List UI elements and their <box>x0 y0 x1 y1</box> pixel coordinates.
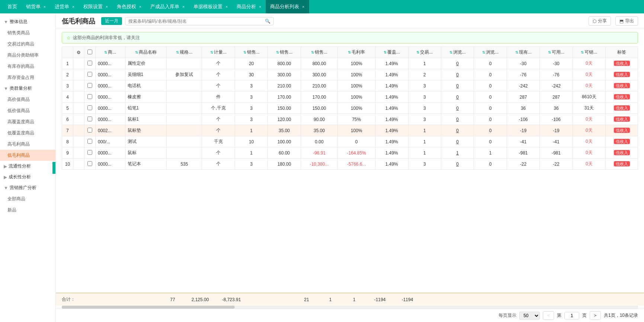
row-view1[interactable]: 0 <box>441 92 474 103</box>
row-select-checkbox[interactable] <box>87 105 92 110</box>
sidebar-item-category-rate[interactable]: 商品分类助销率 <box>0 50 55 61</box>
row-name: 笔记本 <box>125 159 167 170</box>
row-view1[interactable]: 0 <box>441 125 474 136</box>
col-checkbox[interactable] <box>84 47 96 58</box>
nav-role-auth[interactable]: 角色授权 × <box>112 0 146 13</box>
row-checkbox[interactable] <box>84 103 96 114</box>
row-checkbox[interactable] <box>84 114 96 125</box>
filter-recent-month-button[interactable]: 近一月 <box>101 17 122 25</box>
nav-purchase-order[interactable]: 进货单 × <box>50 0 79 13</box>
scrollbar-thumb[interactable] <box>62 306 235 309</box>
sidebar-item-traded-goods[interactable]: 交易过的商品 <box>0 38 55 50</box>
row-select-checkbox[interactable] <box>87 161 92 166</box>
search-icon[interactable]: 🔍 <box>265 19 270 24</box>
close-icon[interactable]: × <box>302 4 304 9</box>
sidebar-item-low-coverage[interactable]: 低覆盖度商品 <box>0 127 55 138</box>
next-page-button[interactable]: ＞ <box>590 311 601 320</box>
sidebar-group-cluster[interactable]: ▼ 类群量分析 <box>0 83 55 94</box>
row-view1[interactable]: 0 <box>441 136 474 147</box>
nav-permission[interactable]: 权限设置 × <box>79 0 112 13</box>
sidebar-item-sales-goods[interactable]: 销售类商品 <box>0 27 55 38</box>
select-all-checkbox[interactable] <box>87 50 92 54</box>
nav-product-analysis[interactable]: 商品分析 × <box>232 0 266 13</box>
col-view2: ⇅浏览... <box>474 47 507 58</box>
sidebar-item-high-value[interactable]: 高价值商品 <box>0 94 55 105</box>
row-view1[interactable]: 0 <box>441 114 474 125</box>
row-sellable: 0天 <box>573 136 605 147</box>
row-view1[interactable]: 0 <box>441 103 474 114</box>
per-page-select[interactable]: 50 20 100 <box>519 312 540 320</box>
chevron-down-icon: ▼ <box>4 185 8 191</box>
row-name: 鼠标垫 <box>125 125 167 136</box>
close-icon[interactable]: × <box>106 4 108 9</box>
row-number: 4 <box>62 92 73 103</box>
row-checkbox[interactable] <box>84 92 96 103</box>
nav-product-entry[interactable]: 产成品入库单 × <box>146 0 189 13</box>
sidebar-item-high-margin[interactable]: 高毛利商品 <box>0 138 55 150</box>
row-number: 5 <box>62 103 73 114</box>
row-view2: 1 <box>474 147 507 159</box>
row-checkbox[interactable] <box>84 69 96 80</box>
col-settings[interactable]: ⚙ <box>73 47 84 58</box>
sidebar-item-stocked-goods[interactable]: 有库存的商品 <box>0 61 55 72</box>
row-select-checkbox[interactable] <box>87 61 92 66</box>
row-select-checkbox[interactable] <box>87 72 92 77</box>
row-checkbox[interactable] <box>84 58 96 69</box>
prev-page-button[interactable]: ＜ <box>543 311 554 320</box>
row-spec <box>167 125 202 136</box>
sidebar-group-growth[interactable]: ▶ 成长性分析 <box>0 172 55 182</box>
row-select-checkbox[interactable] <box>87 139 92 144</box>
nav-template-setting[interactable]: 单据模板设置 × <box>189 0 232 13</box>
nav-sales-order[interactable]: 销货单 × <box>22 0 50 13</box>
close-icon[interactable]: × <box>259 4 261 9</box>
row-name: 测试 <box>125 136 167 147</box>
close-icon[interactable]: × <box>182 4 185 9</box>
row-unit: 个 <box>202 147 235 159</box>
sidebar-collapse-button[interactable]: 《 <box>52 162 56 174</box>
close-icon[interactable]: × <box>44 4 46 9</box>
row-view1[interactable]: 1 <box>441 147 474 159</box>
row-current-stock: 287 <box>507 92 539 103</box>
row-checkbox[interactable] <box>84 159 96 170</box>
close-icon[interactable]: × <box>225 4 228 9</box>
close-icon[interactable]: × <box>72 4 74 9</box>
sidebar-item-new-goods[interactable]: 新品 <box>0 204 55 216</box>
sidebar-item-low-value[interactable]: 低价值商品 <box>0 105 55 116</box>
row-select-checkbox[interactable] <box>87 117 92 121</box>
close-icon[interactable]: × <box>139 4 141 9</box>
row-view1[interactable]: 0 <box>441 69 474 80</box>
sidebar-item-all-goods[interactable]: 全部商品 <box>0 193 55 204</box>
nav-product-analysis-list[interactable]: 商品分析列表 × <box>266 0 309 13</box>
row-select-checkbox[interactable] <box>87 128 92 133</box>
page-number-input[interactable] <box>564 312 579 319</box>
sidebar-group-overall-label: 整体信息 <box>10 19 28 25</box>
sidebar-group-flow[interactable]: ▶ 流通性分析 <box>0 161 55 172</box>
row-current-stock: -41 <box>507 136 539 147</box>
sidebar-group-cluster-label: 类群量分析 <box>10 85 32 92</box>
horizontal-scrollbar[interactable] <box>62 306 638 309</box>
row-sellable: 0天 <box>573 58 605 69</box>
row-select-checkbox[interactable] <box>87 83 92 88</box>
export-button[interactable]: ⬒ 导出 <box>615 16 638 26</box>
row-view1[interactable]: 0 <box>441 80 474 92</box>
row-select-checkbox[interactable] <box>87 150 92 155</box>
share-button[interactable]: ⬡ 分享 <box>589 16 611 26</box>
row-checkbox[interactable] <box>84 147 96 159</box>
row-code: 0000... <box>96 92 125 103</box>
sidebar-group-overall[interactable]: ▼ 整体信息 <box>0 16 55 27</box>
row-view1[interactable]: 0 <box>441 58 474 69</box>
sidebar-item-high-coverage[interactable]: 高覆盖度商品 <box>0 116 55 127</box>
page-title: 低毛利商品 <box>62 17 95 26</box>
sidebar-item-capital[interactable]: 库存资金占用 <box>0 72 55 83</box>
row-select-checkbox[interactable] <box>87 94 92 99</box>
row-checkbox[interactable] <box>84 136 96 147</box>
nav-home[interactable]: 首页 <box>3 0 22 13</box>
row-view1[interactable]: 0 <box>441 159 474 170</box>
search-input[interactable] <box>128 19 265 24</box>
row-checkbox[interactable] <box>84 125 96 136</box>
row-checkbox[interactable] <box>84 80 96 92</box>
sidebar-item-low-margin[interactable]: 低毛利商品 <box>0 150 55 161</box>
row-spec <box>167 114 202 125</box>
footer-sales-qty: 77 <box>161 297 184 302</box>
sidebar-group-marketing[interactable]: ▼ 营销推广分析 <box>0 182 55 193</box>
